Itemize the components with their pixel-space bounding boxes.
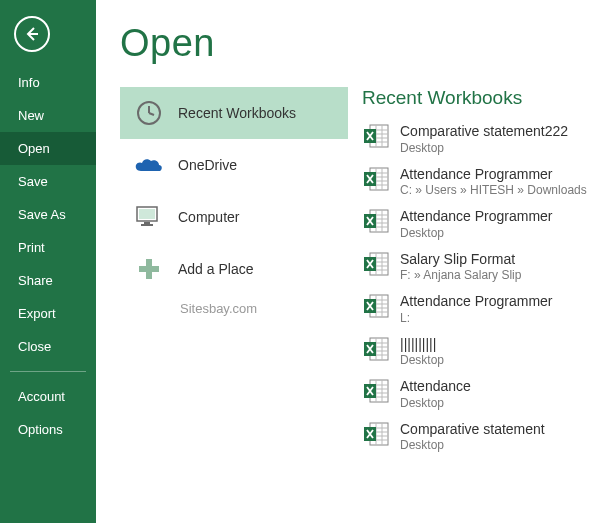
file-text: Comparative statementDesktop: [400, 421, 545, 454]
excel-file-icon: [362, 123, 390, 149]
clock-icon: [134, 98, 164, 128]
excel-file-icon: [362, 421, 390, 447]
file-text: Salary Slip FormatF: » Anjana Salary Sli…: [400, 251, 521, 284]
excel-file-icon: [362, 251, 390, 277]
open-columns: Recent Workbooks OneDrive: [120, 87, 591, 523]
recent-file-list: Comparative statement222DesktopAttendanc…: [362, 123, 591, 453]
recent-heading: Recent Workbooks: [362, 87, 591, 109]
onedrive-icon: [134, 150, 164, 180]
nav-save[interactable]: Save: [0, 165, 96, 198]
file-name: Comparative statement: [400, 421, 545, 439]
nav-account[interactable]: Account: [0, 380, 96, 413]
place-label: Add a Place: [178, 261, 254, 277]
watermark-text: Sitesbay.com: [120, 301, 348, 316]
recent-file-item[interactable]: ||||||||||Desktop: [362, 336, 591, 369]
file-name: Attendance Programmer: [400, 166, 587, 184]
nav-share[interactable]: Share: [0, 264, 96, 297]
recent-file-item[interactable]: Comparative statementDesktop: [362, 421, 591, 454]
svg-rect-9: [139, 266, 159, 272]
places-list: Recent Workbooks OneDrive: [120, 87, 348, 523]
nav-close[interactable]: Close: [0, 330, 96, 363]
excel-file-icon: [362, 208, 390, 234]
nav-label: Print: [18, 240, 45, 255]
place-recent-workbooks[interactable]: Recent Workbooks: [120, 87, 348, 139]
place-label: Computer: [178, 209, 239, 225]
svg-rect-6: [144, 222, 150, 224]
svg-rect-5: [139, 209, 155, 219]
file-name: Attendance Programmer: [400, 208, 553, 226]
back-button[interactable]: [14, 16, 50, 52]
file-path: C: » Users » HITESH » Downloads: [400, 183, 587, 198]
nav-save-as[interactable]: Save As: [0, 198, 96, 231]
recent-file-item[interactable]: AttendanceDesktop: [362, 378, 591, 411]
recent-file-item[interactable]: Attendance ProgrammerDesktop: [362, 208, 591, 241]
nav-info[interactable]: Info: [0, 66, 96, 99]
file-name: Attendance Programmer: [400, 293, 553, 311]
nav-label: Share: [18, 273, 53, 288]
nav-label: Save As: [18, 207, 66, 222]
nav-divider: [10, 371, 86, 372]
nav-label: Close: [18, 339, 51, 354]
nav-label: Open: [18, 141, 50, 156]
nav-label: New: [18, 108, 44, 123]
svg-line-3: [149, 113, 154, 115]
nav-export[interactable]: Export: [0, 297, 96, 330]
main-content: Open Recent Workbooks: [96, 0, 599, 523]
file-name: Comparative statement222: [400, 123, 568, 141]
file-name: Attendance: [400, 378, 471, 396]
file-path: Desktop: [400, 353, 444, 368]
nav-options[interactable]: Options: [0, 413, 96, 446]
nav-label: Export: [18, 306, 56, 321]
nav-label: Info: [18, 75, 40, 90]
nav-print[interactable]: Print: [0, 231, 96, 264]
file-name: Salary Slip Format: [400, 251, 521, 269]
nav-open[interactable]: Open: [0, 132, 96, 165]
excel-file-icon: [362, 293, 390, 319]
file-path: L:: [400, 311, 553, 326]
file-path: Desktop: [400, 438, 545, 453]
svg-rect-7: [141, 224, 153, 226]
computer-icon: [134, 202, 164, 232]
excel-file-icon: [362, 166, 390, 192]
place-label: Recent Workbooks: [178, 105, 296, 121]
nav-label: Save: [18, 174, 48, 189]
file-name: ||||||||||: [400, 336, 444, 354]
excel-file-icon: [362, 336, 390, 362]
file-text: Attendance ProgrammerL:: [400, 293, 553, 326]
place-computer[interactable]: Computer: [120, 191, 348, 243]
backstage-sidebar: Info New Open Save Save As Print Share E…: [0, 0, 96, 523]
file-path: Desktop: [400, 141, 568, 156]
file-text: AttendanceDesktop: [400, 378, 471, 411]
recent-file-item[interactable]: Attendance ProgrammerL:: [362, 293, 591, 326]
file-path: Desktop: [400, 226, 553, 241]
recent-panel: Recent Workbooks Comparative statement22…: [348, 87, 591, 523]
recent-file-item[interactable]: Salary Slip FormatF: » Anjana Salary Sli…: [362, 251, 591, 284]
excel-file-icon: [362, 378, 390, 404]
place-add-a-place[interactable]: Add a Place: [120, 243, 348, 295]
recent-file-item[interactable]: Comparative statement222Desktop: [362, 123, 591, 156]
nav-label: Options: [18, 422, 63, 437]
file-text: Attendance ProgrammerDesktop: [400, 208, 553, 241]
place-onedrive[interactable]: OneDrive: [120, 139, 348, 191]
nav-label: Account: [18, 389, 65, 404]
recent-file-item[interactable]: Attendance ProgrammerC: » Users » HITESH…: [362, 166, 591, 199]
file-text: Attendance ProgrammerC: » Users » HITESH…: [400, 166, 587, 199]
file-path: F: » Anjana Salary Slip: [400, 268, 521, 283]
nav-new[interactable]: New: [0, 99, 96, 132]
page-title: Open: [120, 22, 591, 65]
plus-icon: [134, 254, 164, 284]
file-text: Comparative statement222Desktop: [400, 123, 568, 156]
place-label: OneDrive: [178, 157, 237, 173]
back-arrow-icon: [24, 26, 40, 42]
file-text: ||||||||||Desktop: [400, 336, 444, 369]
file-path: Desktop: [400, 396, 471, 411]
